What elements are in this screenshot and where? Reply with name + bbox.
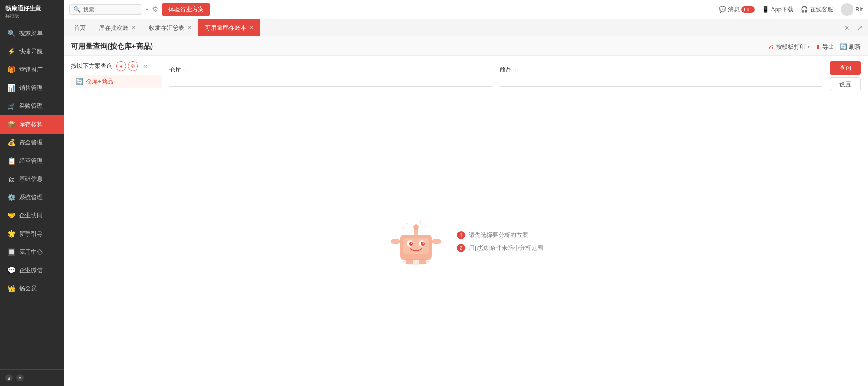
tab-available-ledger[interactable]: 可用量库存账本 ✕ [198, 19, 260, 36]
sidebar-item-basic[interactable]: 🗂基础信息 [0, 170, 64, 188]
shortcut-icon: ⚡ [7, 47, 15, 56]
svg-point-10 [413, 224, 419, 230]
topbar-search-box[interactable]: 🔍 [69, 4, 142, 15]
empty-tips: 1 请先选择要分析的方案 2 用[过滤]条件来缩小分析范围 [457, 231, 543, 252]
sidebar-item-shortcut[interactable]: ⚡快捷导航 [0, 42, 64, 61]
phone-icon: 📱 [762, 6, 769, 13]
warehouse-label-text: 仓库 [169, 66, 181, 74]
query-btns: 查询 设置 [830, 61, 861, 91]
gear-icon[interactable]: ⚙ [152, 5, 158, 14]
app-download-label: App下载 [771, 5, 793, 14]
svg-rect-12 [432, 239, 441, 244]
tip-text-1: 请先选择要分析的方案 [469, 231, 528, 239]
online-service-btn[interactable]: 🎧 在线客服 [801, 5, 833, 14]
refresh-icon: 🔄 [840, 43, 847, 50]
sidebar-item-member[interactable]: 👑畅会员 [0, 279, 64, 298]
query-left: 按以下方案查询 + ⚙ « 🔄 仓库+商品 [71, 61, 162, 88]
scroll-down-btn[interactable]: ▼ [16, 374, 24, 381]
tabbar-right: ✕ ⤢ [843, 24, 864, 31]
tab-available-ledger-close[interactable]: ✕ [249, 25, 254, 31]
tab-receipt-summary-label: 收发存汇总表 [149, 24, 184, 32]
goods-input[interactable] [500, 76, 823, 87]
tab-batch-ledger[interactable]: 库存批次账 ✕ [92, 19, 142, 36]
online-service-label: 在线客服 [810, 5, 833, 14]
export-btn[interactable]: ⬆ 导出 [816, 43, 834, 51]
user-menu[interactable]: Rit [841, 3, 863, 16]
system-icon: ⚙️ [7, 193, 15, 201]
industry-btn[interactable]: 体验行业方案 [162, 3, 210, 16]
sidebar-label-shortcut: 快捷导航 [19, 47, 43, 56]
operations-icon: 📋 [7, 157, 15, 165]
sidebar-item-appstore[interactable]: 🔲应用中心 [0, 243, 64, 261]
print-chevron-icon[interactable]: ▾ [807, 44, 810, 50]
sidebar-item-system[interactable]: ⚙️系统管理 [0, 188, 64, 206]
scheme-item-warehouse-goods[interactable]: 🔄 仓库+商品 [71, 75, 162, 88]
sidebar-label-marketing: 营销推广 [19, 66, 43, 74]
sidebar-item-guide[interactable]: 🌟新手引导 [0, 225, 64, 243]
warehouse-input[interactable] [169, 76, 492, 87]
sidebar-item-inventory[interactable]: 📦库存核算 [0, 115, 64, 134]
print-btn[interactable]: 🖨 按模板打印 ▾ [768, 43, 810, 51]
add-scheme-btn[interactable]: + [116, 61, 126, 71]
svg-rect-11 [391, 239, 400, 244]
svg-point-15 [420, 221, 421, 223]
tab-receipt-summary-close[interactable]: ✕ [188, 25, 192, 31]
tab-receipt-summary[interactable]: 收发存汇总表 ✕ [142, 19, 198, 36]
sidebar-item-search[interactable]: 🔍搜索菜单 [0, 24, 64, 42]
sales-icon: 📊 [7, 84, 15, 92]
sidebar-label-guide: 新手引导 [19, 230, 43, 238]
version-badge: 标准版 [5, 13, 58, 19]
sidebar-item-wechat[interactable]: 💬企业微信 [0, 261, 64, 279]
enterprise-icon: 🤝 [7, 211, 15, 220]
sidebar-header: 畅康通好生意 标准版 [0, 0, 64, 24]
sidebar-item-enterprise[interactable]: 🤝企业协同 [0, 206, 64, 225]
tab-home[interactable]: 首页 [67, 19, 92, 36]
sidebar-item-finance[interactable]: 💰资金管理 [0, 134, 64, 152]
app-name: 畅康通好生意 [5, 5, 58, 13]
sidebar-item-sales[interactable]: 📊销售管理 [0, 79, 64, 97]
svg-point-7 [411, 243, 412, 244]
search-input[interactable] [83, 6, 138, 13]
query-btn[interactable]: 查询 [830, 61, 861, 75]
tab-batch-ledger-close[interactable]: ✕ [132, 25, 136, 31]
sidebar-label-system: 系统管理 [19, 193, 43, 201]
empty-state: 1 请先选择要分析的方案 2 用[过滤]条件来缩小分析范围 [64, 97, 868, 386]
purchase-icon: 🛒 [7, 102, 15, 110]
sidebar-item-operations[interactable]: 📋经营管理 [0, 152, 64, 170]
warehouse-field: 仓库 ··· [169, 66, 492, 87]
scheme-label: 按以下方案查询 [71, 62, 112, 70]
scroll-up-btn[interactable]: ▲ [5, 374, 13, 381]
tabbar: 首页 库存批次账 ✕ 收发存汇总表 ✕ 可用量库存账本 ✕ ✕ ⤢ [64, 19, 868, 36]
sidebar-item-purchase[interactable]: 🛒采购管理 [0, 97, 64, 115]
tip-num-1: 1 [457, 231, 465, 239]
settings-btn[interactable]: 设置 [830, 77, 861, 91]
app-download-btn[interactable]: 📱 App下载 [762, 5, 793, 14]
sidebar-label-purchase: 采购管理 [19, 102, 43, 110]
settings-scheme-btn[interactable]: ⚙ [128, 61, 138, 71]
marketing-icon: 🎁 [7, 66, 15, 74]
refresh-btn[interactable]: 🔄 刷新 [840, 43, 861, 51]
tab-close-all-btn[interactable]: ✕ [843, 24, 852, 31]
tip-num-2: 2 [457, 244, 465, 252]
basic-icon: 🗂 [7, 175, 15, 183]
inventory-icon: 📦 [7, 120, 15, 129]
collapse-scheme-btn[interactable]: « [142, 62, 149, 70]
sidebar-scroll: 🔍搜索菜单⚡快捷导航🎁营销推广📊销售管理🛒采购管理📦库存核算💰资金管理📋经营管理… [0, 24, 64, 369]
header-actions: 🖨 按模板打印 ▾ ⬆ 导出 🔄 刷新 [768, 43, 861, 51]
svg-point-16 [424, 225, 426, 226]
tab-expand-btn[interactable]: ⤢ [855, 24, 864, 31]
query-scheme-header: 按以下方案查询 + ⚙ « [71, 61, 162, 71]
sidebar-label-finance: 资金管理 [19, 139, 43, 147]
content: 可用量查询(按仓库+商品) 🖨 按模板打印 ▾ ⬆ 导出 🔄 刷新 [64, 36, 868, 386]
member-icon: 👑 [7, 284, 15, 293]
messages-btn[interactable]: 💬 消息 99+ [719, 5, 755, 14]
chevron-down-icon[interactable]: ▾ [146, 6, 148, 13]
goods-more-icon[interactable]: ··· [513, 67, 518, 73]
sidebar-item-marketing[interactable]: 🎁营销推广 [0, 61, 64, 79]
sidebar-bottom: ▲ ▼ [0, 369, 64, 386]
goods-field: 商品 ··· [500, 66, 823, 87]
warehouse-more-icon[interactable]: ··· [183, 67, 188, 73]
message-badge: 99+ [741, 6, 755, 13]
goods-label-text: 商品 [500, 66, 512, 74]
empty-tip-1: 1 请先选择要分析的方案 [457, 231, 543, 239]
